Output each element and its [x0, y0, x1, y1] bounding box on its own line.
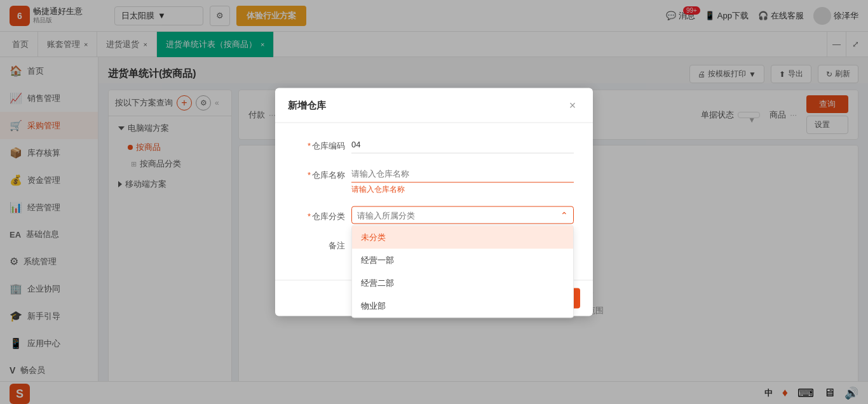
category-wrap: ⌃ 未分类 经营一部 经营二部 物业部: [351, 206, 574, 224]
category-input-row[interactable]: ⌃: [351, 206, 574, 224]
code-input[interactable]: [351, 136, 574, 154]
modal-close-button[interactable]: ×: [565, 98, 580, 113]
dropdown-item-uncategorized[interactable]: 未分类: [352, 226, 573, 249]
name-input-wrap: 请输入仓库名称: [351, 165, 574, 195]
name-input[interactable]: [351, 165, 574, 183]
name-label: 仓库名称: [294, 165, 351, 181]
category-field-row: 仓库分类 ⌃ 未分类 经营一部 经营二部: [294, 206, 574, 224]
code-label: 仓库编码: [294, 136, 351, 152]
category-arrow-icon[interactable]: ⌃: [560, 210, 568, 220]
name-error-message: 请输入仓库名称: [351, 184, 574, 195]
category-input[interactable]: [357, 210, 560, 220]
code-field-row: 仓库编码: [294, 136, 574, 154]
category-label: 仓库分类: [294, 206, 351, 222]
modal-body: 仓库编码 仓库名称 请输入仓库名称 仓库分类 ⌃: [275, 123, 593, 280]
category-dropdown: 未分类 经营一部 经营二部 物业部: [351, 226, 574, 318]
dropdown-item-dept1[interactable]: 经营一部: [352, 249, 573, 272]
dropdown-item-dept2[interactable]: 经营二部: [352, 272, 573, 295]
modal-header: 新增仓库 ×: [275, 88, 593, 123]
new-warehouse-modal: 新增仓库 × 仓库编码 仓库名称 请输入仓库名称 仓库分类 ⌃: [275, 88, 593, 316]
dropdown-item-property[interactable]: 物业部: [352, 295, 573, 318]
remark-label: 备注: [294, 236, 351, 252]
name-field-row: 仓库名称 请输入仓库名称: [294, 165, 574, 195]
modal-title: 新增仓库: [288, 99, 326, 111]
